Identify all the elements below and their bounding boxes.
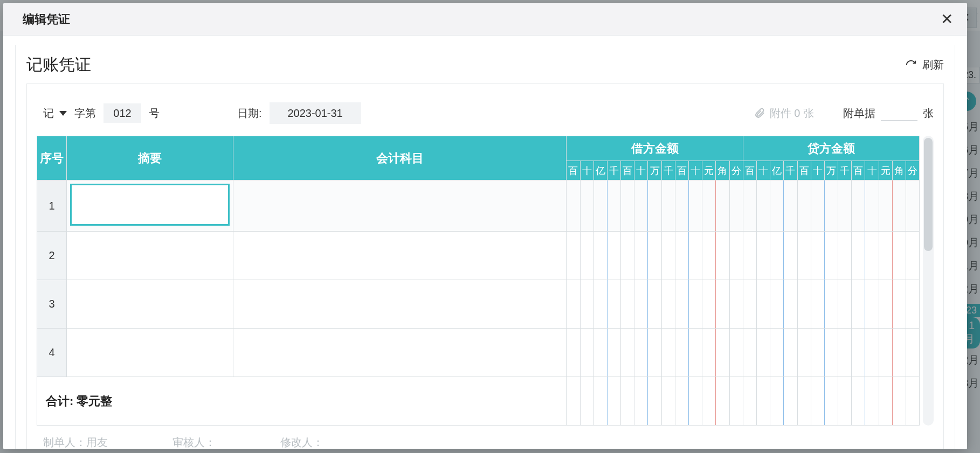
amount-digit-cell[interactable]: [906, 180, 920, 232]
amount-digit-cell[interactable]: [716, 180, 729, 232]
amount-digit-cell[interactable]: [852, 280, 865, 329]
amount-digit-cell[interactable]: [661, 180, 675, 232]
amount-digit-cell[interactable]: [621, 280, 634, 329]
amount-digit-cell[interactable]: [689, 280, 702, 329]
amount-digit-cell[interactable]: [689, 329, 702, 377]
amount-digit-cell[interactable]: [756, 280, 770, 329]
amount-digit-cell[interactable]: [770, 232, 784, 280]
amount-digit-cell[interactable]: [797, 232, 811, 280]
amount-digit-cell[interactable]: [729, 180, 743, 232]
amount-digit-cell[interactable]: [756, 232, 770, 280]
summary-cell[interactable]: [66, 329, 233, 377]
amount-digit-cell[interactable]: [702, 280, 716, 329]
amount-digit-cell[interactable]: [824, 329, 838, 377]
amount-digit-cell[interactable]: [824, 180, 838, 232]
amount-digit-cell[interactable]: [756, 180, 770, 232]
summary-cell[interactable]: [66, 232, 233, 280]
amount-digit-cell[interactable]: [593, 329, 607, 377]
amount-digit-cell[interactable]: [648, 280, 661, 329]
amount-digit-cell[interactable]: [702, 329, 716, 377]
amount-digit-cell[interactable]: [824, 280, 838, 329]
modal-close-button[interactable]: ✕: [941, 12, 953, 27]
vertical-scrollbar[interactable]: [923, 136, 934, 426]
subject-cell[interactable]: [233, 232, 567, 280]
amount-digit-cell[interactable]: [634, 180, 648, 232]
amount-digit-cell[interactable]: [702, 232, 716, 280]
amount-digit-cell[interactable]: [634, 280, 648, 329]
amount-digit-cell[interactable]: [743, 180, 756, 232]
amount-digit-cell[interactable]: [784, 232, 797, 280]
amount-digit-cell[interactable]: [879, 280, 892, 329]
amount-digit-cell[interactable]: [593, 232, 607, 280]
amount-digit-cell[interactable]: [607, 232, 620, 280]
amount-digit-cell[interactable]: [756, 329, 770, 377]
amount-digit-cell[interactable]: [770, 180, 784, 232]
amount-digit-cell[interactable]: [852, 180, 865, 232]
amount-digit-cell[interactable]: [770, 280, 784, 329]
summary-cell[interactable]: [66, 280, 233, 329]
amount-digit-cell[interactable]: [811, 280, 824, 329]
amount-digit-cell[interactable]: [879, 329, 892, 377]
amount-digit-cell[interactable]: [689, 232, 702, 280]
amount-digit-cell[interactable]: [838, 280, 852, 329]
amount-digit-cell[interactable]: [621, 232, 634, 280]
summary-input[interactable]: [70, 184, 230, 226]
amount-digit-cell[interactable]: [879, 180, 892, 232]
amount-digit-cell[interactable]: [716, 280, 729, 329]
amount-digit-cell[interactable]: [607, 180, 620, 232]
amount-digit-cell[interactable]: [567, 329, 580, 377]
amount-digit-cell[interactable]: [865, 232, 879, 280]
amount-digit-cell[interactable]: [811, 232, 824, 280]
amount-digit-cell[interactable]: [743, 280, 756, 329]
amount-digit-cell[interactable]: [838, 180, 852, 232]
amount-digit-cell[interactable]: [743, 232, 756, 280]
amount-digit-cell[interactable]: [729, 329, 743, 377]
voucher-type-dropdown[interactable]: 记: [43, 106, 67, 121]
amount-digit-cell[interactable]: [906, 329, 920, 377]
amount-digit-cell[interactable]: [770, 329, 784, 377]
subject-cell[interactable]: [233, 180, 567, 232]
amount-digit-cell[interactable]: [797, 280, 811, 329]
amount-digit-cell[interactable]: [784, 329, 797, 377]
amount-digit-cell[interactable]: [743, 329, 756, 377]
amount-digit-cell[interactable]: [648, 329, 661, 377]
subject-cell[interactable]: [233, 280, 567, 329]
amount-digit-cell[interactable]: [689, 180, 702, 232]
amount-digit-cell[interactable]: [593, 180, 607, 232]
amount-digit-cell[interactable]: [621, 180, 634, 232]
amount-digit-cell[interactable]: [865, 280, 879, 329]
amount-digit-cell[interactable]: [634, 232, 648, 280]
voucher-number-input[interactable]: [103, 103, 141, 123]
amount-digit-cell[interactable]: [838, 232, 852, 280]
amount-digit-cell[interactable]: [729, 232, 743, 280]
fudan-input[interactable]: [881, 106, 917, 121]
amount-digit-cell[interactable]: [648, 232, 661, 280]
amount-digit-cell[interactable]: [852, 329, 865, 377]
amount-digit-cell[interactable]: [811, 329, 824, 377]
amount-digit-cell[interactable]: [661, 329, 675, 377]
amount-digit-cell[interactable]: [811, 180, 824, 232]
amount-digit-cell[interactable]: [675, 329, 688, 377]
amount-digit-cell[interactable]: [580, 180, 593, 232]
amount-digit-cell[interactable]: [892, 232, 906, 280]
amount-digit-cell[interactable]: [648, 180, 661, 232]
amount-digit-cell[interactable]: [607, 329, 620, 377]
subject-cell[interactable]: [233, 329, 567, 377]
scrollbar-thumb[interactable]: [924, 138, 933, 251]
amount-digit-cell[interactable]: [865, 180, 879, 232]
attachment-button[interactable]: 附件 0 张: [754, 106, 814, 121]
amount-digit-cell[interactable]: [838, 329, 852, 377]
amount-digit-cell[interactable]: [797, 180, 811, 232]
amount-digit-cell[interactable]: [702, 180, 716, 232]
amount-digit-cell[interactable]: [580, 329, 593, 377]
date-input[interactable]: [270, 102, 361, 124]
amount-digit-cell[interactable]: [716, 329, 729, 377]
refresh-button[interactable]: 刷新: [905, 58, 944, 72]
amount-digit-cell[interactable]: [567, 232, 580, 280]
amount-digit-cell[interactable]: [784, 180, 797, 232]
amount-digit-cell[interactable]: [824, 232, 838, 280]
amount-digit-cell[interactable]: [593, 280, 607, 329]
amount-digit-cell[interactable]: [865, 329, 879, 377]
amount-digit-cell[interactable]: [906, 280, 920, 329]
amount-digit-cell[interactable]: [906, 232, 920, 280]
